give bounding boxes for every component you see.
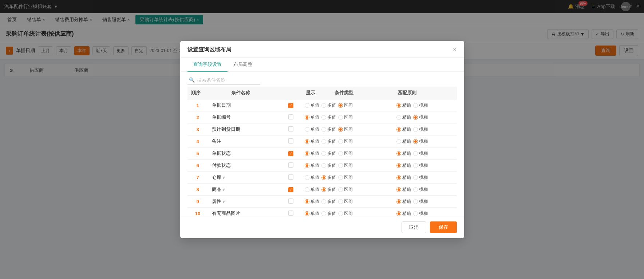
cell-display: [281, 196, 301, 205]
match-radio-模糊[interactable]: 模糊: [413, 150, 428, 157]
type-radio-区间[interactable]: 区间: [338, 162, 353, 169]
cell-order: 5: [187, 148, 208, 160]
dropdown-arrow-icon: ∨: [222, 200, 225, 204]
radio-dot: [396, 103, 401, 108]
type-radio-单值[interactable]: 单值: [305, 174, 319, 181]
radio-dot: [413, 199, 418, 204]
radio-dot: [338, 163, 343, 168]
type-radio-区间[interactable]: 区间: [338, 174, 353, 181]
type-radio-多值[interactable]: 多值: [321, 174, 336, 181]
type-radio-区间[interactable]: 区间: [338, 199, 353, 205]
radio-dot: [396, 163, 401, 168]
radio-dot: [321, 115, 326, 120]
modal-tab-layout[interactable]: 布局调整: [228, 58, 258, 72]
type-radio-区间[interactable]: 区间: [338, 138, 353, 145]
cell-name: 单据编号: [208, 111, 281, 123]
cell-name: 属性 ∨: [208, 196, 281, 205]
match-radio-精确[interactable]: 精确: [396, 126, 411, 133]
match-radio-精确[interactable]: 精确: [396, 162, 411, 169]
display-checkbox[interactable]: [288, 162, 293, 168]
th-type: 条件类型: [331, 87, 394, 99]
display-checkbox[interactable]: [288, 187, 293, 192]
modal-backdrop: 设置查询区域布局 × 查询字段设置 布局调整 🔍 顺序 条件名称 显示: [0, 0, 644, 205]
cell-display: [281, 172, 301, 184]
match-radio-精确[interactable]: 精确: [396, 150, 411, 157]
type-radio-单值[interactable]: 单值: [305, 126, 319, 133]
cell-match: 精确模糊: [393, 111, 457, 123]
match-radio-精确[interactable]: 精确: [396, 174, 411, 181]
conditions-table-body: 1单据日期单值多值区间精确模糊2单据编号单值多值区间精确模糊3预计到货日期单值多…: [187, 99, 457, 205]
cell-order: 1: [187, 99, 208, 111]
type-radio-多值[interactable]: 多值: [321, 138, 336, 145]
table-row: 4备注单值多值区间精确模糊: [187, 135, 457, 148]
dropdown-arrow-icon: ∨: [222, 188, 225, 192]
cell-match: 精确模糊: [393, 123, 457, 135]
type-radio-单值[interactable]: 单值: [305, 114, 319, 121]
table-row: 8商品 ∨单值多值区间精确模糊: [187, 184, 457, 196]
table-row: 2单据编号单值多值区间精确模糊: [187, 111, 457, 123]
match-radio-模糊[interactable]: 模糊: [413, 162, 428, 169]
match-radio-精确[interactable]: 精确: [396, 114, 411, 121]
type-radio-区间[interactable]: 区间: [338, 186, 353, 193]
cell-name: 商品 ∨: [208, 184, 281, 196]
match-radio-模糊[interactable]: 模糊: [413, 186, 428, 193]
match-radio-精确[interactable]: 精确: [396, 138, 411, 145]
type-radio-多值[interactable]: 多值: [321, 199, 336, 205]
modal-tab-query-fields[interactable]: 查询字段设置: [187, 58, 228, 72]
cell-match: 精确模糊: [393, 160, 457, 172]
cell-match: 精确模糊: [393, 99, 457, 111]
cell-order: 6: [187, 160, 208, 172]
radio-dot: [396, 199, 401, 204]
cell-type: 单值多值区间: [301, 123, 393, 135]
type-radio-区间[interactable]: 区间: [338, 126, 353, 133]
radio-dot: [413, 139, 418, 144]
display-checkbox[interactable]: [288, 174, 293, 180]
match-radio-模糊[interactable]: 模糊: [413, 126, 428, 133]
match-radio-模糊[interactable]: 模糊: [413, 114, 428, 121]
radio-dot: [413, 175, 418, 180]
match-radio-模糊[interactable]: 模糊: [413, 174, 428, 181]
type-radio-区间[interactable]: 区间: [338, 150, 353, 157]
cell-type: 单值多值区间: [301, 196, 393, 205]
match-radio-精确[interactable]: 精确: [396, 199, 411, 205]
radio-dot: [305, 199, 309, 204]
radio-dot: [321, 199, 326, 204]
type-radio-单值[interactable]: 单值: [305, 162, 319, 169]
table-row: 7仓库 ∨单值多值区间精确模糊: [187, 172, 457, 184]
cell-type: 单值多值区间: [301, 148, 393, 160]
type-radio-单值[interactable]: 单值: [305, 138, 319, 145]
type-radio-单值[interactable]: 单值: [305, 199, 319, 205]
display-checkbox[interactable]: [288, 114, 293, 119]
type-radio-多值[interactable]: 多值: [321, 150, 336, 157]
radio-dot: [338, 175, 343, 180]
type-radio-单值[interactable]: 单值: [305, 150, 319, 157]
type-radio-单值[interactable]: 单值: [305, 102, 319, 109]
match-radio-模糊[interactable]: 模糊: [413, 199, 428, 205]
display-checkbox[interactable]: [288, 199, 293, 204]
display-checkbox[interactable]: [288, 138, 293, 144]
table-row: 9属性 ∨单值多值区间精确模糊: [187, 196, 457, 205]
type-radio-多值[interactable]: 多值: [321, 114, 336, 121]
display-checkbox[interactable]: [288, 151, 293, 156]
cell-display: [281, 135, 301, 148]
table-row: 5单据状态单值多值区间精确模糊: [187, 148, 457, 160]
type-radio-多值[interactable]: 多值: [321, 162, 336, 169]
type-radio-多值[interactable]: 多值: [321, 102, 336, 109]
display-checkbox[interactable]: [288, 126, 293, 131]
type-radio-多值[interactable]: 多值: [321, 186, 336, 193]
match-radio-模糊[interactable]: 模糊: [413, 138, 428, 145]
type-radio-区间[interactable]: 区间: [338, 102, 353, 109]
type-radio-区间[interactable]: 区间: [338, 114, 353, 121]
th-order: 顺序: [187, 87, 228, 99]
display-checkbox[interactable]: [288, 103, 293, 108]
match-radio-精确[interactable]: 精确: [396, 102, 411, 109]
match-radio-模糊[interactable]: 模糊: [413, 102, 428, 109]
search-input[interactable]: [197, 77, 255, 83]
type-radio-单值[interactable]: 单值: [305, 186, 319, 193]
modal-close-button[interactable]: ×: [453, 46, 457, 54]
radio-dot: [305, 151, 309, 156]
cell-type: 单值多值区间: [301, 172, 393, 184]
cell-name: 仓库 ∨: [208, 172, 281, 184]
type-radio-多值[interactable]: 多值: [321, 126, 336, 133]
match-radio-精确[interactable]: 精确: [396, 186, 411, 193]
